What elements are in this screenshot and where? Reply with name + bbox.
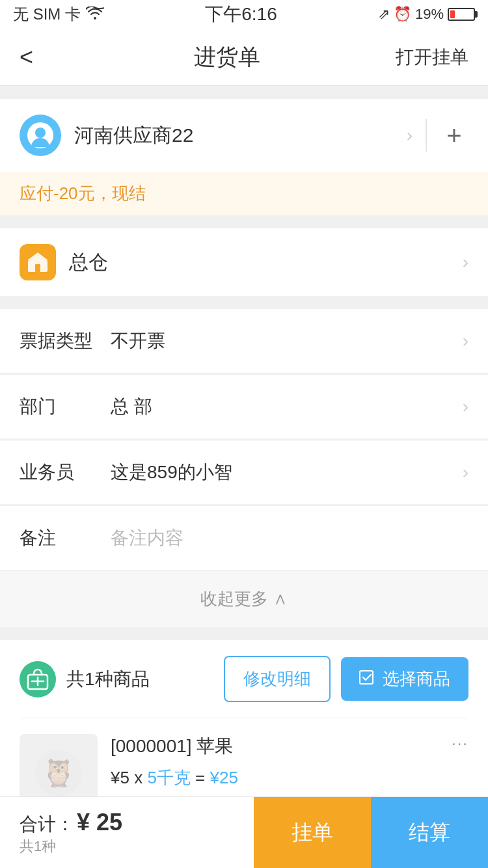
- product-title: 苹果: [197, 736, 233, 756]
- price-equals: =: [195, 768, 210, 787]
- invoice-row[interactable]: 票据类型 不开票 ›: [0, 309, 488, 373]
- page-title: 进货单: [194, 42, 260, 72]
- department-card: 部门 总 部 ›: [0, 375, 488, 439]
- total-section: 合计： ¥ 25 共1种: [0, 797, 254, 868]
- supplier-row[interactable]: 河南供应商22 › +: [0, 99, 488, 172]
- modify-detail-button[interactable]: 修改明细: [224, 656, 331, 702]
- remark-input[interactable]: 备注内容: [98, 526, 468, 550]
- invoice-card: 票据类型 不开票 ›: [0, 309, 488, 373]
- price-per-unit: ¥5 x: [111, 768, 147, 787]
- wifi-icon: [86, 5, 104, 23]
- status-time: 下午6:16: [205, 2, 277, 27]
- product-more-button[interactable]: ···: [429, 734, 468, 752]
- warehouse-card[interactable]: 总仓 ›: [0, 228, 488, 296]
- supplier-avatar-icon: [27, 122, 53, 148]
- svg-marker-2: [27, 252, 48, 260]
- remark-label: 备注: [20, 526, 98, 550]
- nav-bar: < 进货单 打开挂单: [0, 29, 488, 86]
- remark-card: 备注 备注内容: [0, 506, 488, 571]
- select-icon: [359, 669, 377, 689]
- salesperson-label: 业务员: [20, 460, 98, 485]
- status-bar: 无 SIM 卡 下午6:16 ⇗ ⏰ 19%: [0, 0, 488, 29]
- hang-button[interactable]: 挂单: [254, 797, 371, 868]
- collapse-button[interactable]: 收起更多 ∧: [0, 571, 488, 627]
- total-label: 合计：: [20, 812, 74, 837]
- section-gap-1: [0, 86, 488, 99]
- svg-point-0: [35, 128, 46, 138]
- department-value: 总 部: [98, 394, 463, 419]
- back-button[interactable]: <: [20, 44, 59, 71]
- warehouse-icon: [20, 244, 56, 280]
- product-header: 共1种商品 修改明细 选择商品: [0, 640, 488, 718]
- invoice-label: 票据类型: [20, 329, 98, 353]
- svg-rect-3: [35, 264, 40, 272]
- salesperson-card: 业务员 这是859的小智 ›: [0, 441, 488, 505]
- department-row[interactable]: 部门 总 部 ›: [0, 375, 488, 439]
- department-label: 部门: [20, 394, 98, 419]
- remark-row[interactable]: 备注 备注内容: [0, 506, 488, 571]
- salesperson-row[interactable]: 业务员 这是859的小智 ›: [0, 441, 488, 505]
- open-pending-button[interactable]: 打开挂单: [396, 45, 468, 70]
- svg-rect-5: [360, 671, 373, 684]
- supplier-card: 河南供应商22 › + 应付-20元，现结: [0, 99, 488, 215]
- select-product-button[interactable]: 选择商品: [341, 657, 468, 701]
- checkout-button[interactable]: 结算: [371, 797, 488, 868]
- invoice-chevron-icon: ›: [463, 331, 468, 351]
- salesperson-chevron-icon: ›: [463, 462, 468, 483]
- product-price: ¥5 x 5千克 = ¥25: [111, 766, 429, 789]
- salesperson-value: 这是859的小智: [98, 460, 463, 485]
- invoice-value: 不开票: [98, 329, 463, 353]
- product-id: [0000001]: [111, 736, 197, 756]
- product-quantity: 5千克: [147, 768, 190, 787]
- divider: [426, 119, 427, 152]
- total-amount: ¥ 25: [77, 809, 122, 836]
- main-content: 河南供应商22 › + 应付-20元，现结 总仓 › 票据类型 不开: [0, 86, 488, 868]
- supplier-alert: 应付-20元，现结: [0, 172, 488, 215]
- department-chevron-icon: ›: [463, 396, 468, 417]
- carrier-text: 无 SIM 卡: [13, 4, 81, 25]
- status-left: 无 SIM 卡: [13, 4, 104, 25]
- section-gap-2: [0, 215, 488, 228]
- collapse-label: 收起更多 ∧: [200, 588, 287, 610]
- alarm-icon: ⏰: [394, 6, 411, 23]
- supplier-avatar: [20, 115, 61, 156]
- product-total: ¥25: [210, 768, 238, 787]
- product-count: 共1种商品: [66, 667, 224, 692]
- total-count: 共1种: [20, 837, 234, 856]
- battery-percent: 19%: [415, 6, 444, 23]
- status-right: ⇗ ⏰ 19%: [378, 6, 475, 23]
- warehouse-row[interactable]: 总仓 ›: [0, 228, 488, 296]
- gps-icon: ⇗: [378, 6, 390, 23]
- svg-text:🦉: 🦉: [42, 757, 75, 789]
- product-name: [0000001] 苹果: [111, 734, 429, 759]
- supplier-chevron-icon: ›: [407, 125, 413, 146]
- bottom-bar: 合计： ¥ 25 共1种 挂单 结算: [0, 796, 488, 868]
- product-info: [0000001] 苹果 ¥5 x 5千克 = ¥25: [111, 734, 429, 789]
- select-product-label: 选择商品: [383, 668, 450, 690]
- section-gap-3: [0, 296, 488, 309]
- product-icon: [20, 661, 56, 698]
- warehouse-name: 总仓: [69, 249, 463, 276]
- section-gap-7: [0, 627, 488, 640]
- supplier-name: 河南供应商22: [74, 122, 407, 149]
- warehouse-chevron-icon: ›: [463, 252, 468, 273]
- add-button[interactable]: +: [440, 121, 468, 150]
- battery-icon: [448, 8, 475, 21]
